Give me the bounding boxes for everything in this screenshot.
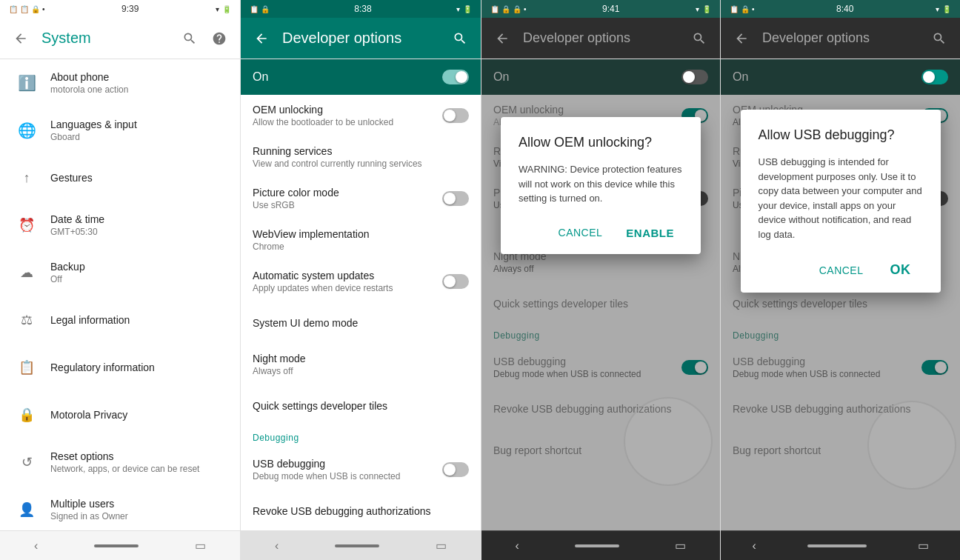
settings-item-regulatory[interactable]: 📋 Regulatory information: [0, 344, 240, 391]
dev-item-title-oem-p2: OEM unlocking: [253, 104, 442, 116]
settings-item-motorola[interactable]: 🔒 Motorola Privacy: [0, 391, 240, 439]
datetime-title: Date & time: [50, 213, 228, 225]
nav-recent-p1[interactable]: ▭: [183, 533, 218, 559]
auto-toggle-p2[interactable]: [442, 274, 469, 289]
dev-on-toggle-p4[interactable]: [921, 70, 948, 84]
usb-toggle-p2[interactable]: [442, 462, 469, 477]
dialog-confirm-p4[interactable]: OK: [879, 256, 923, 284]
nav-recent-p3[interactable]: ▭: [663, 533, 698, 559]
about-icon: ℹ️: [12, 68, 41, 98]
settings-item-reset[interactable]: ↺ Reset options Network, apps, or device…: [0, 439, 240, 486]
dev-item-picture-p2[interactable]: Picture color mode Use sRGB: [241, 178, 481, 219]
status-time-p4: 8:40: [836, 4, 853, 14]
nav-recent-p4[interactable]: ▭: [906, 533, 941, 559]
settings-item-legal[interactable]: ⚖ Legal information: [0, 296, 240, 344]
dev-item-title-revoke-p2: Revoke USB debugging authorizations: [253, 505, 469, 517]
dev-item-title-auto-p2: Automatic system updates: [253, 270, 442, 281]
legal-icon: ⚖: [12, 305, 41, 335]
dialog-actions-p4: Cancel OK: [759, 253, 923, 287]
status-time-p3: 9:41: [602, 4, 619, 14]
settings-item-backup[interactable]: ☁ Backup Off: [0, 249, 240, 296]
dev-item-demo-p2[interactable]: System UI demo mode: [241, 302, 481, 344]
dev-item-title-webview-p2: WebView implementation: [253, 228, 469, 240]
app-bar-title-p1: System: [41, 30, 169, 47]
dev-item-usb-p2[interactable]: USB debugging Debug mode when USB is con…: [241, 449, 481, 490]
app-bar-p2: Developer options: [241, 18, 481, 59]
dev-item-webview-p2[interactable]: WebView implementation Chrome: [241, 219, 481, 261]
users-subtitle: Signed in as Owner: [50, 511, 228, 521]
dev-item-quicksettings-p2[interactable]: Quick settings developer tiles: [241, 385, 481, 427]
search-icon-p2[interactable]: [451, 30, 469, 47]
dev-item-title-picture-p2: Picture color mode: [253, 187, 442, 199]
languages-icon: 🌐: [12, 116, 41, 145]
settings-item-datetime[interactable]: ⏰ Date & time GMT+05:30: [0, 201, 240, 249]
dev-on-toggle-p3[interactable]: [681, 70, 708, 84]
picture-toggle-p2[interactable]: [442, 191, 469, 206]
settings-text-languages: Languages & input Gboard: [50, 119, 228, 142]
dev-item-text-oem-p2: OEM unlocking Allow the bootloader to be…: [253, 104, 442, 127]
status-bar-p4: 📋🔒• 8:40 ▾🔋: [721, 0, 960, 18]
status-time-p1: 9:39: [121, 4, 139, 14]
search-icon-p3[interactable]: [690, 30, 708, 47]
app-bar-title-p4: Developer options: [762, 30, 919, 46]
motorola-icon: 🔒: [12, 400, 41, 430]
nav-home-p2[interactable]: [335, 544, 379, 547]
backup-subtitle: Off: [50, 274, 228, 284]
nav-bar-p2: ‹ ▭: [241, 530, 481, 560]
app-bar-p1: System: [0, 18, 240, 59]
back-icon-p1[interactable]: [12, 30, 30, 47]
dialog-cancel-p3[interactable]: Cancel: [550, 221, 612, 245]
users-title: Multiple users: [50, 498, 228, 510]
dev-item-title-night-p2: Night mode: [253, 353, 469, 364]
dev-item-text-webview-p2: WebView implementation Chrome: [253, 228, 469, 252]
nav-bar-p4: ‹ ▭: [721, 530, 960, 560]
dev-on-row-p3: On: [481, 59, 720, 95]
legal-title: Legal information: [50, 314, 228, 326]
settings-text-gestures: Gestures: [50, 172, 228, 184]
nav-back-p4[interactable]: ‹: [740, 533, 767, 559]
settings-item-gestures[interactable]: ↑ Gestures: [0, 154, 240, 201]
dialog-confirm-p3[interactable]: Enable: [617, 221, 683, 245]
dev-on-toggle-p2[interactable]: [442, 70, 469, 84]
usb-dialog: Allow USB debugging? USB debugging is in…: [741, 110, 941, 293]
dev-item-night-p2[interactable]: Night mode Always off: [241, 344, 481, 385]
search-icon-p1[interactable]: [181, 30, 199, 47]
back-icon-p3[interactable]: [493, 30, 511, 47]
dev-item-title-demo-p2: System UI demo mode: [253, 317, 469, 329]
dialog-cancel-p4[interactable]: Cancel: [810, 256, 873, 284]
dev-item-oem-p2[interactable]: OEM unlocking Allow the bootloader to be…: [241, 95, 481, 136]
back-icon-p4[interactable]: [733, 30, 750, 47]
settings-item-languages[interactable]: 🌐 Languages & input Gboard: [0, 107, 240, 154]
nav-back-p3[interactable]: ‹: [504, 533, 531, 559]
reset-icon: ↺: [12, 447, 41, 477]
dev-item-text-running-p2: Running services View and control curren…: [253, 145, 469, 169]
dev-item-text-revoke-p2: Revoke USB debugging authorizations: [253, 505, 469, 517]
nav-back-p2[interactable]: ‹: [263, 533, 290, 559]
dev-item-revoke-p2[interactable]: Revoke USB debugging authorizations: [241, 490, 481, 530]
settings-text-regulatory: Regulatory information: [50, 361, 228, 373]
nav-back-p1[interactable]: ‹: [22, 533, 50, 559]
nav-recent-p2[interactable]: ▭: [424, 533, 459, 559]
nav-home-p3[interactable]: [575, 544, 619, 547]
status-time-p2: 8:38: [354, 4, 371, 14]
dev-item-auto-p2[interactable]: Automatic system updates Apply updates w…: [241, 261, 481, 302]
settings-item-users[interactable]: 👤 Multiple users Signed in as Owner: [0, 486, 240, 530]
dev-on-label-p2: On: [253, 70, 442, 84]
dev-on-row-p2: On: [241, 59, 481, 95]
dev-item-running-p2[interactable]: Running services View and control curren…: [241, 136, 481, 178]
oem-toggle-p2[interactable]: [442, 108, 469, 123]
nav-home-p4[interactable]: [807, 544, 867, 547]
status-bar-p3: 📋🔒🔒• 9:41 ▾🔋: [481, 0, 720, 18]
nav-home-p1[interactable]: [94, 544, 139, 547]
back-icon-p2[interactable]: [253, 30, 270, 47]
search-icon-p4[interactable]: [930, 30, 948, 47]
dev-item-subtitle-webview-p2: Chrome: [253, 241, 469, 252]
settings-text-about: About phone motorola one action: [50, 71, 228, 95]
languages-title: Languages & input: [50, 119, 228, 130]
help-icon-p1[interactable]: [210, 30, 228, 47]
status-icons-left-p1: 📋📋🔒•: [9, 5, 45, 13]
settings-item-about[interactable]: ℹ️ About phone motorola one action: [0, 59, 240, 107]
dev-list-p2: OEM unlocking Allow the bootloader to be…: [241, 95, 481, 530]
datetime-icon: ⏰: [12, 210, 41, 240]
dev-on-label-p4: On: [733, 70, 921, 84]
